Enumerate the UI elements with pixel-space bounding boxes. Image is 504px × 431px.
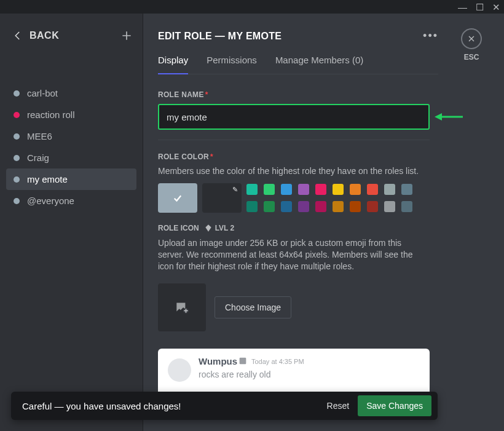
role-name-label: carl-bot bbox=[27, 88, 58, 98]
role-color-help: Members use the color of the highest rol… bbox=[158, 166, 438, 176]
color-swatch[interactable] bbox=[264, 184, 275, 195]
close-icon bbox=[467, 34, 476, 44]
unsaved-changes-toast: Careful — you have unsaved changes! Rese… bbox=[11, 392, 438, 420]
color-swatch[interactable] bbox=[350, 201, 361, 212]
main-panel[interactable]: ESC EDIT ROLE — MY EMOTE ••• DisplayPerm… bbox=[143, 14, 504, 431]
annotation-arrow-icon bbox=[435, 113, 463, 121]
color-swatch[interactable] bbox=[315, 184, 326, 195]
back-label: BACK bbox=[30, 30, 59, 41]
custom-color-swatch[interactable]: ✎ bbox=[202, 183, 242, 213]
save-changes-button[interactable]: Save Changes bbox=[358, 395, 431, 416]
color-swatch[interactable] bbox=[384, 201, 395, 212]
preview-role-icon bbox=[238, 356, 248, 368]
role-color-dot bbox=[14, 112, 20, 118]
role-color-dot bbox=[14, 90, 20, 97]
role-list-item[interactable]: reaction roll bbox=[6, 104, 136, 125]
role-color-dot bbox=[14, 155, 20, 161]
boost-level-badge: LVL 2 bbox=[204, 224, 235, 232]
role-list-item[interactable]: my emote bbox=[6, 168, 136, 190]
svg-marker-1 bbox=[435, 113, 442, 121]
color-swatch[interactable] bbox=[298, 184, 309, 195]
add-role-button[interactable] bbox=[120, 30, 133, 42]
minimize-button[interactable]: — bbox=[458, 2, 467, 12]
tab-display[interactable]: Display bbox=[158, 55, 188, 74]
role-color-label: ROLE COLOR* bbox=[158, 152, 438, 161]
role-name-label: @everyone bbox=[27, 196, 74, 206]
role-color-dot bbox=[14, 198, 20, 204]
color-swatch[interactable] bbox=[367, 184, 378, 195]
role-name-input[interactable] bbox=[158, 104, 430, 130]
color-swatch[interactable] bbox=[264, 201, 275, 212]
color-swatch[interactable] bbox=[401, 201, 412, 212]
tab-permissions[interactable]: Permissions bbox=[207, 55, 257, 74]
preview-username: Wumpus bbox=[199, 356, 237, 366]
role-icon-upload[interactable] bbox=[158, 283, 206, 331]
default-color-swatch[interactable] bbox=[158, 183, 197, 213]
color-swatch[interactable] bbox=[367, 201, 378, 212]
page-title: EDIT ROLE — MY EMOTE bbox=[158, 31, 282, 42]
role-list-item[interactable]: MEE6 bbox=[6, 125, 136, 147]
role-list-item[interactable]: Craig bbox=[6, 147, 136, 168]
reset-button[interactable]: Reset bbox=[318, 396, 358, 416]
preview-message: rocks are really old bbox=[199, 370, 271, 379]
close-window-button[interactable]: ✕ bbox=[492, 2, 500, 12]
color-swatch[interactable] bbox=[333, 201, 344, 212]
role-icon-help: Upload an image under 256 KB or pick a c… bbox=[158, 237, 428, 272]
role-name-label: Craig bbox=[27, 152, 49, 163]
eyedropper-icon: ✎ bbox=[232, 186, 238, 194]
avatar bbox=[168, 358, 191, 382]
more-options-button[interactable]: ••• bbox=[423, 30, 438, 42]
toast-text: Careful — you have unsaved changes! bbox=[22, 401, 318, 411]
role-name-label: ROLE NAME* bbox=[158, 90, 438, 99]
role-list: carl-botreaction rollMEE6Craigmy emote@e… bbox=[6, 82, 136, 212]
role-name-label: my emote bbox=[27, 174, 68, 184]
color-swatch[interactable] bbox=[281, 184, 292, 195]
app-window: — ☐ ✕ BACK carl-botreaction rollMEE6Crai… bbox=[0, 0, 504, 431]
role-color-dot bbox=[14, 133, 20, 140]
tab-manage-members-[interactable]: Manage Members (0) bbox=[275, 55, 363, 74]
role-name-label: reaction roll bbox=[27, 109, 75, 120]
choose-image-button[interactable]: Choose Image bbox=[215, 296, 291, 318]
role-icon-label: ROLE ICON bbox=[158, 224, 199, 232]
role-name-label: MEE6 bbox=[27, 131, 52, 141]
titlebar: — ☐ ✕ bbox=[0, 0, 504, 14]
role-color-dot bbox=[14, 176, 20, 183]
color-swatch[interactable] bbox=[281, 201, 292, 212]
color-swatch[interactable] bbox=[350, 184, 361, 195]
add-image-icon bbox=[174, 299, 190, 315]
color-picker: ✎ bbox=[158, 183, 438, 213]
color-swatch[interactable] bbox=[315, 201, 326, 212]
roles-sidebar: BACK carl-botreaction rollMEE6Craigmy em… bbox=[0, 14, 143, 431]
boost-gem-icon bbox=[204, 224, 213, 232]
back-button[interactable]: BACK bbox=[12, 30, 59, 41]
color-swatch[interactable] bbox=[401, 184, 412, 195]
role-list-item[interactable]: @everyone bbox=[6, 190, 136, 212]
close-button[interactable] bbox=[461, 28, 482, 49]
color-swatch[interactable] bbox=[298, 201, 309, 212]
color-swatch[interactable] bbox=[246, 184, 258, 195]
svg-rect-3 bbox=[240, 357, 246, 364]
color-swatch[interactable] bbox=[333, 184, 344, 195]
check-icon bbox=[172, 192, 183, 204]
tabs: DisplayPermissionsManage Members (0) bbox=[158, 55, 438, 74]
role-preview-card: Wumpus Today at 4:35 PM rocks are really… bbox=[158, 349, 430, 392]
color-swatch[interactable] bbox=[384, 184, 395, 195]
preview-timestamp: Today at 4:35 PM bbox=[251, 358, 304, 365]
role-list-item[interactable]: carl-bot bbox=[6, 82, 136, 104]
maximize-button[interactable]: ☐ bbox=[476, 2, 484, 12]
arrow-left-icon bbox=[12, 30, 23, 41]
esc-label: ESC bbox=[464, 53, 479, 61]
color-swatch[interactable] bbox=[246, 201, 258, 212]
divider bbox=[158, 140, 430, 140]
